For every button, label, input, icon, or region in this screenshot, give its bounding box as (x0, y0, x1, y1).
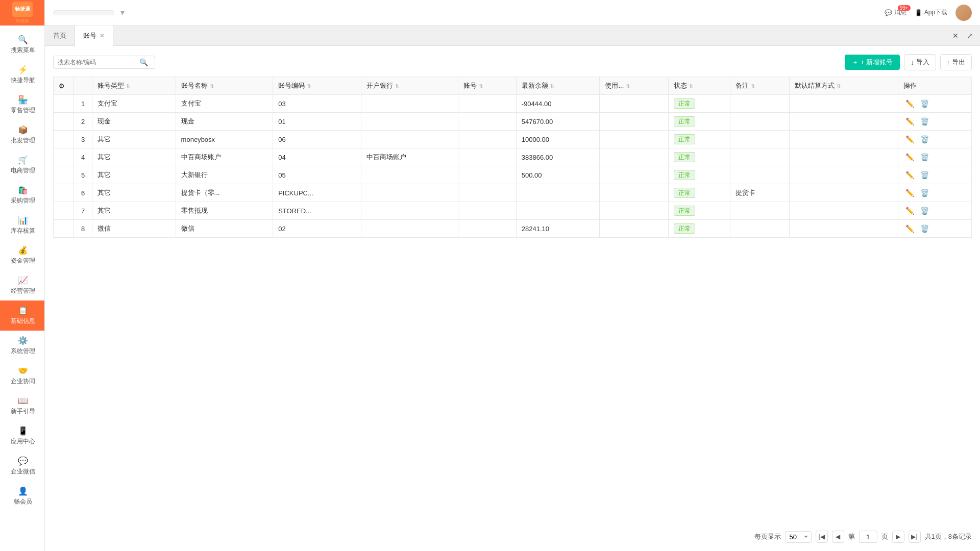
row-usage (600, 95, 668, 113)
sidebar-item-search[interactable]: 🔍 搜索菜单 (0, 30, 44, 60)
col-account[interactable]: 账号⇅ (458, 77, 517, 95)
add-account-button[interactable]: ＋ + 新增账号 (845, 55, 900, 70)
edit-button[interactable]: ✏️ (905, 171, 914, 179)
row-bank (361, 202, 458, 220)
delete-button[interactable]: 🗑️ (920, 171, 929, 179)
tab-close-action[interactable]: ✕ (949, 30, 962, 42)
sidebar-item-wholesale[interactable]: 📦 批发管理 (0, 120, 44, 150)
row-usage (600, 131, 668, 148)
tab-maximize-action[interactable]: ⤢ (964, 30, 976, 42)
col-name[interactable]: 账号名称⇅ (176, 77, 273, 95)
row-balance: -90444.00 (516, 95, 600, 113)
row-note (730, 148, 789, 166)
messages-button[interactable]: 💬 消息 99+ (885, 8, 906, 17)
system-icon: ⚙️ (18, 336, 28, 345)
shortcut-icon: ⚡ (18, 65, 28, 74)
tab-home[interactable]: 首页 (45, 26, 75, 46)
sidebar-item-appcenter[interactable]: 📱 应用中心 (0, 421, 44, 451)
sidebar-item-finance[interactable]: 💰 资金管理 (0, 240, 44, 270)
sidebar-item-guide[interactable]: 📖 新手引导 (0, 391, 44, 421)
sort-account[interactable]: 账号⇅ (463, 81, 483, 90)
sidebar-item-purchase[interactable]: 🛍️ 采购管理 (0, 180, 44, 210)
delete-button[interactable]: 🗑️ (920, 117, 929, 126)
sidebar-item-shortcut[interactable]: ⚡ 快捷导航 (0, 60, 44, 90)
search-icon[interactable]: 🔍 (139, 58, 148, 66)
sidebar-item-retail[interactable]: 🏪 零售管理 (0, 90, 44, 120)
delete-button[interactable]: 🗑️ (920, 224, 929, 233)
col-note[interactable]: 备注⇅ (730, 77, 789, 95)
col-usage[interactable]: 使用...⇅ (600, 77, 668, 95)
sort-balance[interactable]: 最新余额⇅ (522, 81, 554, 90)
user-avatar[interactable] (955, 5, 972, 21)
sidebar-item-member[interactable]: 👤 畅会员 (0, 481, 44, 511)
col-bank[interactable]: 开户银行⇅ (361, 77, 458, 95)
row-name: 中百商场账户 (176, 148, 273, 166)
edit-button[interactable]: ✏️ (905, 189, 914, 197)
status-badge: 正常 (674, 98, 695, 109)
sidebar-item-inventory[interactable]: 📊 库存核算 (0, 210, 44, 240)
export-button[interactable]: ↑ 导出 (940, 54, 972, 70)
sort-bank[interactable]: 开户银行⇅ (366, 81, 399, 90)
sidebar-item-agreement[interactable]: 🤝 企业协同 (0, 361, 44, 391)
delete-button[interactable]: 🗑️ (920, 207, 929, 215)
row-usage (600, 220, 668, 238)
import-label: 导入 (916, 58, 929, 67)
app-download-button[interactable]: 📱 App下载 (915, 8, 947, 17)
tab-account[interactable]: 账号 ✕ (75, 26, 113, 46)
edit-button[interactable]: ✏️ (905, 135, 914, 143)
edit-button[interactable]: ✏️ (905, 117, 914, 126)
sidebar-item-ecommerce[interactable]: 🛒 电商管理 (0, 150, 44, 180)
next-page-button[interactable]: ▶ (892, 531, 904, 543)
row-settlement (789, 148, 898, 166)
import-button[interactable]: ↓ 导入 (904, 54, 936, 70)
header-dropdown-icon[interactable]: ▾ (120, 8, 125, 17)
per-page-select[interactable]: 50 100 200 (785, 531, 812, 543)
sort-status[interactable]: 状态⇅ (674, 81, 693, 90)
sidebar-item-wechat[interactable]: 💬 企业微信 (0, 451, 44, 481)
sidebar-item-basic[interactable]: 📋 基础信息 (0, 300, 44, 331)
page-number-input[interactable] (859, 531, 877, 543)
sidebar-item-operation[interactable]: 📈 经营管理 (0, 270, 44, 300)
row-type: 其它 (92, 166, 176, 184)
tab-close-icon[interactable]: ✕ (100, 32, 105, 39)
row-settlement (789, 166, 898, 184)
status-badge: 正常 (674, 134, 695, 144)
sort-name[interactable]: 账号名称⇅ (181, 81, 214, 90)
sort-type[interactable]: 账号类型⇅ (97, 81, 130, 90)
sidebar-item-system[interactable]: ⚙️ 系统管理 (0, 331, 44, 361)
row-settlement (789, 184, 898, 202)
col-code[interactable]: 账号编码⇅ (273, 77, 361, 95)
edit-button[interactable]: ✏️ (905, 224, 914, 233)
row-note (730, 202, 789, 220)
prev-page-button[interactable]: ◀ (832, 531, 844, 543)
sort-settlement[interactable]: 默认结算方式⇅ (795, 81, 841, 90)
col-status[interactable]: 状态⇅ (668, 77, 730, 95)
col-gear[interactable]: ⚙ (54, 77, 74, 95)
delete-button[interactable]: 🗑️ (920, 189, 929, 197)
delete-button[interactable]: 🗑️ (920, 153, 929, 161)
edit-button[interactable]: ✏️ (905, 153, 914, 161)
top-search-input[interactable] (53, 10, 114, 15)
edit-button[interactable]: ✏️ (905, 207, 914, 215)
first-page-button[interactable]: |◀ (816, 531, 828, 543)
col-type[interactable]: 账号类型⇅ (92, 77, 176, 95)
col-balance[interactable]: 最新余额⇅ (516, 77, 600, 95)
retail-icon: 🏪 (18, 95, 28, 105)
last-page-button[interactable]: ▶| (909, 531, 921, 543)
row-name: 现金 (176, 113, 273, 131)
row-settlement (789, 220, 898, 238)
tab-actions: ✕ ⤢ (949, 30, 980, 42)
row-account (458, 113, 517, 131)
sort-code[interactable]: 账号编码⇅ (278, 81, 311, 90)
col-action: 操作 (898, 77, 972, 95)
agreement-icon: 🤝 (18, 366, 28, 375)
sort-note[interactable]: 备注⇅ (736, 81, 755, 90)
search-input[interactable] (58, 59, 139, 66)
col-settlement[interactable]: 默认结算方式⇅ (789, 77, 898, 95)
delete-button[interactable]: 🗑️ (920, 99, 929, 108)
edit-button[interactable]: ✏️ (905, 99, 914, 108)
sort-usage[interactable]: 使用...⇅ (605, 81, 630, 90)
row-balance: 547670.00 (516, 113, 600, 131)
delete-button[interactable]: 🗑️ (920, 135, 929, 143)
row-bank (361, 220, 458, 238)
